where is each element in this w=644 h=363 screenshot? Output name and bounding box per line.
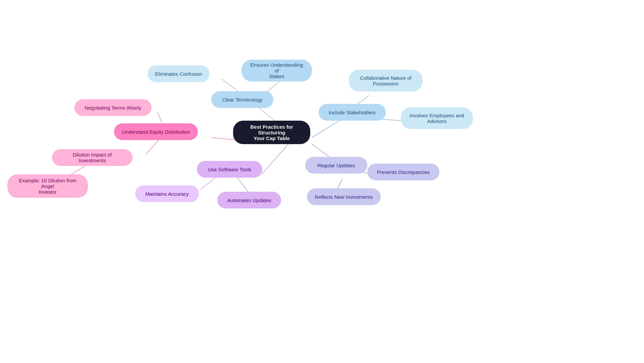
maintains-accuracy-node: Maintains Accuracy [135, 185, 199, 202]
center-node: Best Practices for Structuring Your Cap … [233, 121, 310, 144]
regular-updates-label: Regular Updates [317, 163, 355, 168]
include-stakeholders-node: Include Stakeholders [319, 104, 386, 121]
understand-equity-label: Understand Equity Distribution [122, 129, 190, 135]
maintains-accuracy-label: Maintains Accuracy [145, 191, 189, 197]
clear-terminology-node: Clear Terminology [211, 91, 273, 108]
svg-line-10 [312, 119, 342, 137]
example-10-node: Example: 10 Dilution from Angel Investor [7, 174, 88, 198]
automates-updates-node: Automates Updates [217, 192, 281, 208]
prevents-discrepancies-node: Prevents Discrepancies [367, 164, 439, 180]
dilution-impact-node: Dilution Impact of Investments [52, 149, 132, 166]
reflects-new-node: Reflects New Investments [307, 188, 381, 205]
eliminates-confusion-node: Eliminates Confusion [148, 65, 210, 82]
eliminates-confusion-label: Eliminates Confusion [155, 71, 202, 77]
automates-updates-label: Automates Updates [227, 197, 271, 203]
clear-terminology-label: Clear Terminology [222, 97, 263, 103]
include-stakeholders-label: Include Stakeholders [329, 110, 376, 115]
center-label: Best Practices for Structuring Your Cap … [240, 124, 304, 141]
regular-updates-node: Regular Updates [305, 157, 367, 174]
collaborative-nature-node: Collaborative Nature of Possession [349, 70, 423, 92]
involves-employees-node: Involves Employees and Advisors [401, 107, 473, 129]
understand-equity-node: Understand Equity Distribution [114, 123, 198, 140]
dilution-impact-label: Dilution Impact of Investments [59, 152, 126, 163]
involves-employees-label: Involves Employees and Advisors [410, 113, 464, 124]
svg-line-7 [262, 144, 288, 174]
negotiating-terms-label: Negotiating Terms Wisely [85, 105, 142, 111]
example-10-label: Example: 10 Dilution from Angel Investor [14, 178, 81, 195]
prevents-discrepancies-label: Prevents Discrepancies [377, 169, 430, 175]
ensures-understanding-label: Ensures Understanding of Stakes [248, 62, 305, 79]
use-software-label: Use Software Tools [208, 167, 251, 172]
negotiating-terms-node: Negotiating Terms Wisely [74, 99, 152, 116]
reflects-new-label: Reflects New Investments [315, 194, 373, 200]
collaborative-nature-label: Collaborative Nature of Possession [360, 75, 411, 86]
ensures-understanding-node: Ensures Understanding of Stakes [241, 60, 312, 81]
use-software-node: Use Software Tools [197, 161, 262, 178]
